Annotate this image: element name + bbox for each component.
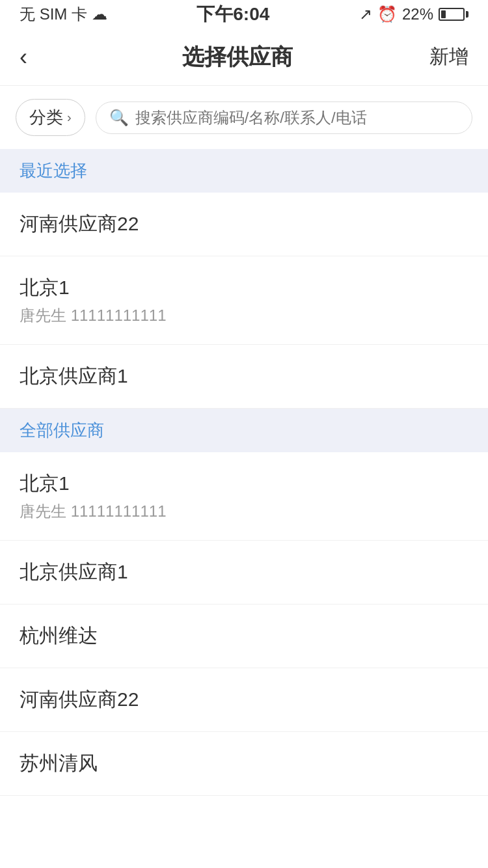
- item-sub: 唐先生 11111111111: [20, 305, 468, 326]
- sim-status: 无 SIM 卡 ☁: [20, 4, 107, 25]
- status-bar: 无 SIM 卡 ☁ 下午6:04 ↗ ⏰ 22%: [0, 0, 488, 29]
- list-item[interactable]: 河南供应商22: [0, 668, 488, 732]
- category-label: 分类: [29, 106, 63, 129]
- item-name: 苏州清风: [20, 750, 468, 777]
- chevron-right-icon: ›: [67, 110, 72, 125]
- alarm-icon: ⏰: [377, 5, 397, 23]
- list-item[interactable]: 杭州维达: [0, 604, 488, 668]
- item-name: 北京供应商1: [20, 363, 468, 390]
- item-name: 北京供应商1: [20, 559, 468, 586]
- search-icon: 🔍: [109, 109, 129, 127]
- list-item[interactable]: 北京供应商1: [0, 345, 488, 409]
- item-sub: 唐先生 11111111111: [20, 501, 468, 522]
- search-box: 🔍: [96, 102, 472, 134]
- item-name: 北京1: [20, 470, 468, 497]
- recent-section-header: 最近选择: [0, 149, 488, 193]
- nav-bar: ‹ 选择供应商 新增: [0, 29, 488, 86]
- item-name: 北京1: [20, 275, 468, 301]
- all-items-list: 北京1唐先生 11111111111北京供应商1杭州维达河南供应商22苏州清风: [0, 452, 488, 796]
- recent-items-list: 河南供应商22北京1唐先生 11111111111北京供应商1: [0, 193, 488, 409]
- list-item[interactable]: 北京1唐先生 11111111111: [0, 452, 488, 541]
- item-name: 杭州维达: [20, 623, 468, 649]
- list-item[interactable]: 北京供应商1: [0, 541, 488, 604]
- location-icon: ↗: [359, 5, 372, 23]
- list-item[interactable]: 河南供应商22: [0, 193, 488, 256]
- filter-bar: 分类 › 🔍: [0, 86, 488, 149]
- status-right: ↗ ⏰ 22%: [359, 5, 468, 23]
- page-title: 选择供应商: [182, 42, 293, 72]
- new-button[interactable]: 新增: [416, 44, 468, 70]
- list-item[interactable]: 北京1唐先生 11111111111: [0, 256, 488, 345]
- status-left: 无 SIM 卡 ☁: [20, 4, 107, 25]
- battery-icon: [439, 8, 468, 21]
- search-input[interactable]: [135, 109, 459, 127]
- category-filter-button[interactable]: 分类 ›: [16, 99, 85, 136]
- item-name: 河南供应商22: [20, 211, 468, 237]
- item-name: 河南供应商22: [20, 686, 468, 713]
- battery-percent: 22%: [402, 5, 433, 23]
- back-button[interactable]: ‹: [20, 44, 59, 71]
- status-time: 下午6:04: [197, 2, 269, 27]
- all-section-header: 全部供应商: [0, 409, 488, 452]
- list-item[interactable]: 苏州清风: [0, 732, 488, 796]
